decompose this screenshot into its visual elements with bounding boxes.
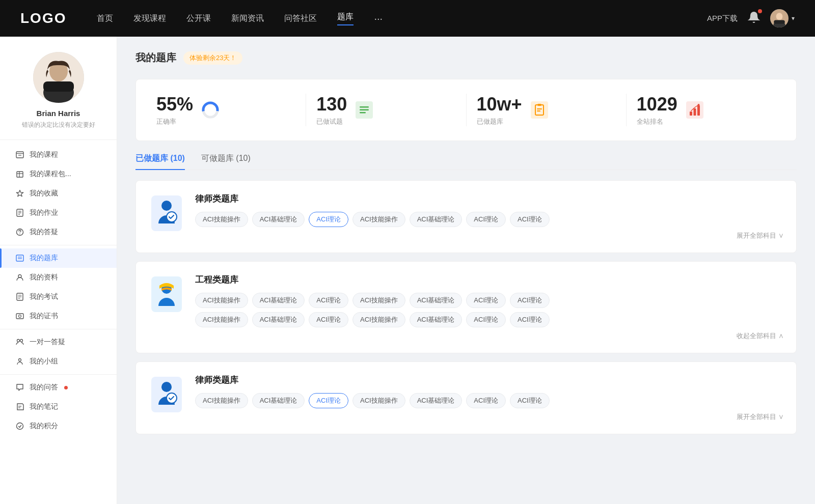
trial-badge: 体验剩余23天！ [183,51,242,65]
sidebar-item-certificate[interactable]: 我的证书 [0,306,117,326]
expand-link-1[interactable]: 收起全部科目 ∧ [195,331,784,341]
bell-icon[interactable] [748,11,760,25]
tag-1-13[interactable]: ACI理论 [510,312,550,327]
tag-0-2[interactable]: ACI理论 [309,212,348,227]
profile-motto: 错误的决定比没有决定要好 [10,121,106,129]
sidebar-item-group[interactable]: 我的小组 [0,352,117,371]
sidebar-divider [0,245,117,245]
tag-row: ACI技能操作ACI基础理论ACI理论ACI技能操作ACI基础理论ACI理论AC… [195,293,784,308]
chevron-down-icon: ▾ [792,15,795,22]
nav-quiz[interactable]: 题库 [337,12,354,25]
note-icon [15,402,24,411]
tag-2-0[interactable]: ACI技能操作 [195,393,248,408]
sidebar-menu: 我的课程 我的课程包... 我的收藏 我的作业 我的答疑 我的题库 我的资料 我… [0,140,117,441]
nav-news[interactable]: 新闻资讯 [231,13,264,24]
sidebar-item-label: 我的资料 [30,273,58,282]
tag-1-4[interactable]: ACI基础理论 [410,293,463,308]
page-header: 我的题库 体验剩余23天！ [135,51,797,65]
sidebar-item-qa[interactable]: 我的问答 [0,378,117,397]
svg-rect-54 [151,276,182,312]
nav-qa[interactable]: 问答社区 [284,13,317,24]
tab-done[interactable]: 已做题库 (10) [135,153,185,170]
score-icon [15,422,24,431]
package-icon [15,170,24,179]
tag-2-5[interactable]: ACI理论 [466,393,506,408]
tag-1-12[interactable]: ACI理论 [466,312,506,327]
category-card-2: 律师类题库 ACI技能操作ACI基础理论ACI理论ACI技能操作ACI基础理论A… [135,361,797,434]
sidebar-item-homework[interactable]: 我的作业 [0,203,117,222]
chart-icon [686,101,704,119]
category-body-0: 律师类题库 ACI技能操作ACI基础理论ACI理论ACI技能操作ACI基础理论A… [195,193,784,240]
stat-rank: 1029 全站排名 [627,94,786,126]
stat-rank-values: 1029 全站排名 [637,94,677,126]
nav-open[interactable]: 公开课 [186,13,211,24]
sidebar-item-exam[interactable]: 我的考试 [0,287,117,306]
category-body-1: 工程类题库 ACI技能操作ACI基础理论ACI理论ACI技能操作ACI基础理论A… [195,274,784,341]
tag-2-4[interactable]: ACI基础理论 [410,393,463,408]
donut-chart-icon [201,101,220,119]
tag-0-0[interactable]: ACI技能操作 [195,212,248,227]
sidebar-item-label: 我的课程包... [30,170,71,179]
app-download-link[interactable]: APP下载 [707,14,738,23]
sidebar-item-package[interactable]: 我的课程包... [0,164,117,184]
tab-todo[interactable]: 可做题库 (10) [201,153,251,170]
quiz-icon [15,254,24,263]
sidebar-item-label: 我的作业 [30,208,58,217]
sidebar-item-label: 我的证书 [30,312,58,321]
sidebar-item-label: 我的问答 [30,383,58,392]
tag-1-2[interactable]: ACI理论 [309,293,348,308]
tag-1-3[interactable]: ACI技能操作 [352,293,405,308]
sidebar-item-profile[interactable]: 我的资料 [0,268,117,287]
nav-discover[interactable]: 发现课程 [133,13,166,24]
expand-link-0[interactable]: 展开全部科目 ∨ [195,231,784,240]
tag-0-4[interactable]: ACI基础理论 [410,212,463,227]
tag-1-8[interactable]: ACI基础理论 [252,312,305,327]
sidebar-item-question[interactable]: 我的答疑 [0,222,117,242]
tag-1-1[interactable]: ACI基础理论 [252,293,305,308]
sidebar-item-quiz[interactable]: 我的题库 [0,248,117,268]
tag-1-7[interactable]: ACI技能操作 [195,312,248,327]
tag-1-6[interactable]: ACI理论 [510,293,550,308]
svg-rect-38 [360,106,369,108]
sidebar-item-oneone[interactable]: 一对一答疑 [0,332,117,352]
nav-more[interactable]: ··· [374,13,383,24]
svg-rect-48 [693,108,696,116]
menu-badge [64,386,68,389]
tag-2-1[interactable]: ACI基础理论 [252,393,305,408]
category-title-1: 工程类题库 [195,274,784,286]
tag-2-6[interactable]: ACI理论 [510,393,550,408]
sidebar-item-label: 我的笔记 [30,402,58,411]
tag-0-1[interactable]: ACI基础理论 [252,212,305,227]
sidebar-item-star[interactable]: 我的收藏 [0,184,117,203]
oneone-icon [15,338,24,347]
svg-rect-7 [43,81,74,92]
profile-icon [15,273,24,282]
svg-point-57 [161,382,172,392]
tag-0-3[interactable]: ACI技能操作 [352,212,405,227]
nav-home[interactable]: 首页 [97,13,113,24]
svg-point-52 [161,201,172,211]
sidebar-item-label: 一对一答疑 [30,338,65,347]
tag-1-10[interactable]: ACI技能操作 [352,312,405,327]
tag-0-5[interactable]: ACI理论 [466,212,506,227]
tag-2-3[interactable]: ACI技能操作 [352,393,405,408]
tag-1-5[interactable]: ACI理论 [466,293,506,308]
user-avatar-wrap[interactable]: ▾ [770,9,795,27]
svg-point-30 [19,359,21,361]
tag-2-2[interactable]: ACI理论 [309,393,348,408]
sidebar-item-label: 我的收藏 [30,189,58,198]
tag-row: ACI技能操作ACI基础理论ACI理论ACI技能操作ACI基础理论ACI理论AC… [195,312,784,327]
tag-1-9[interactable]: ACI理论 [309,312,348,327]
tag-1-11[interactable]: ACI基础理论 [410,312,463,327]
sidebar-item-note[interactable]: 我的笔记 [0,397,117,416]
category-body-2: 律师类题库 ACI技能操作ACI基础理论ACI理论ACI技能操作ACI基础理论A… [195,374,784,422]
tag-0-6[interactable]: ACI理论 [510,212,550,227]
sidebar-item-label: 我的小组 [30,357,58,366]
sidebar-item-course[interactable]: 我的课程 [0,145,117,164]
tag-1-0[interactable]: ACI技能操作 [195,293,248,308]
expand-link-2[interactable]: 展开全部科目 ∨ [195,412,784,422]
sidebar-divider [0,374,117,375]
tag-row: ACI技能操作ACI基础理论ACI理论ACI技能操作ACI基础理论ACI理论AC… [195,212,784,227]
sidebar: Brian Harris 错误的决定比没有决定要好 我的课程 我的课程包... … [0,37,117,504]
sidebar-item-score[interactable]: 我的积分 [0,416,117,436]
